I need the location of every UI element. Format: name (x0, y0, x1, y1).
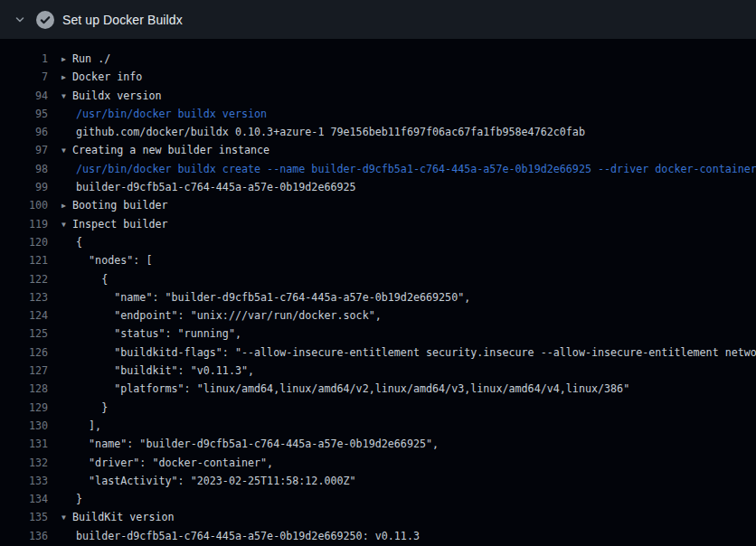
output-text: } (61, 490, 82, 508)
log-line: 98/usr/bin/docker buildx create --name b… (0, 160, 756, 178)
line-number[interactable]: 120 (0, 233, 48, 251)
log-line: 126 "buildkitd-flags": "--allow-insecure… (0, 344, 756, 362)
line-number[interactable]: 95 (0, 105, 48, 123)
log-line: 132 "driver": "docker-container", (0, 454, 756, 472)
output-text: "name": "builder-d9cfb5a1-c764-445a-a57e… (61, 435, 439, 453)
log-line: 99builder-d9cfb5a1-c764-445a-a57e-0b19d2… (0, 178, 756, 196)
group-label: Creating a new builder instance (72, 144, 269, 156)
line-number[interactable]: 126 (0, 344, 48, 362)
log-line: 134} (0, 490, 756, 508)
group-label: BuildKit version (72, 511, 175, 523)
output-text: } (61, 399, 108, 417)
output-text: github.com/docker/buildx 0.10.3+azure-1 … (61, 123, 585, 141)
log-line: 135▼BuildKit version (0, 508, 756, 526)
output-text: builder-d9cfb5a1-c764-445a-a57e-0b19d2e6… (61, 527, 420, 545)
line-number[interactable]: 98 (0, 160, 48, 178)
output-text: "nodes": [ (61, 251, 152, 269)
log-group-toggle[interactable]: ▶Run ./ (61, 50, 110, 68)
line-number[interactable]: 129 (0, 399, 48, 417)
log-line: 94▼Buildx version (0, 87, 756, 105)
triangle-down-icon: ▼ (61, 88, 72, 105)
output-text: "buildkit": "v0.11.3", (61, 362, 254, 380)
line-number[interactable]: 97 (0, 141, 48, 159)
log-line: 130 ], (0, 417, 756, 435)
output-text: { (61, 233, 82, 251)
output-text: "platforms": "linux/amd64,linux/amd64/v2… (61, 380, 629, 398)
line-number[interactable]: 125 (0, 325, 48, 343)
step-header[interactable]: Set up Docker Buildx (0, 0, 756, 39)
triangle-right-icon: ▶ (61, 51, 72, 68)
log-line: 95/usr/bin/docker buildx version (0, 105, 756, 123)
log-group-toggle[interactable]: ▶Docker info (61, 68, 142, 86)
log-line: 7▶Docker info (0, 68, 756, 86)
log-line: 133 "lastActivity": "2023-02-25T11:58:12… (0, 472, 756, 490)
log-group-toggle[interactable]: ▼Creating a new builder instance (61, 141, 269, 159)
log-line: 120{ (0, 233, 756, 251)
line-number[interactable]: 119 (0, 215, 48, 233)
line-number[interactable]: 132 (0, 454, 48, 472)
group-label: Buildx version (72, 89, 162, 102)
line-number[interactable]: 96 (0, 123, 48, 141)
line-number[interactable]: 131 (0, 435, 48, 453)
log-line: 97▼Creating a new builder instance (0, 141, 756, 159)
line-number[interactable]: 7 (0, 68, 48, 86)
line-number[interactable]: 94 (0, 87, 48, 105)
log-line: 123 "name": "builder-d9cfb5a1-c764-445a-… (0, 288, 756, 306)
log-line: 131 "name": "builder-d9cfb5a1-c764-445a-… (0, 435, 756, 453)
log-line: 122 { (0, 270, 756, 288)
line-number[interactable]: 128 (0, 380, 48, 398)
command-text: /usr/bin/docker buildx create --name bui… (61, 160, 756, 178)
log-view: 1▶Run ./7▶Docker info94▼Buildx version95… (0, 39, 756, 545)
output-text: ], (61, 417, 101, 435)
line-number[interactable]: 121 (0, 251, 48, 269)
output-text: builder-d9cfb5a1-c764-445a-a57e-0b19d2e6… (61, 178, 356, 196)
line-number[interactable]: 123 (0, 288, 48, 306)
triangle-down-icon: ▼ (61, 216, 72, 233)
log-line: 124 "endpoint": "unix:///var/run/docker.… (0, 306, 756, 325)
log-group-toggle[interactable]: ▼BuildKit version (61, 508, 175, 526)
log-line: 127 "buildkit": "v0.11.3", (0, 362, 756, 380)
log-line: 119▼Inspect builder (0, 215, 756, 233)
group-label: Inspect builder (72, 218, 168, 231)
triangle-down-icon: ▼ (61, 142, 72, 159)
output-text: { (61, 270, 108, 288)
line-number[interactable]: 133 (0, 472, 48, 490)
line-number[interactable]: 99 (0, 178, 48, 196)
step-title: Set up Docker Buildx (62, 13, 183, 27)
log-line: 125 "status": "running", (0, 325, 756, 343)
line-number[interactable]: 1 (0, 50, 48, 68)
line-number[interactable]: 136 (0, 527, 48, 545)
group-label: Docker info (72, 71, 142, 83)
group-label: Run ./ (72, 52, 110, 65)
line-number[interactable]: 135 (0, 508, 48, 526)
triangle-down-icon: ▼ (61, 509, 72, 526)
group-label: Booting builder (72, 199, 168, 212)
line-number[interactable]: 134 (0, 490, 48, 508)
log-line: 128 "platforms": "linux/amd64,linux/amd6… (0, 380, 756, 398)
log-line: 136builder-d9cfb5a1-c764-445a-a57e-0b19d… (0, 527, 756, 545)
log-group-toggle[interactable]: ▶Booting builder (61, 196, 168, 214)
line-number[interactable]: 127 (0, 362, 48, 380)
log-line: 100▶Booting builder (0, 196, 756, 214)
log-group-toggle[interactable]: ▼Buildx version (61, 87, 162, 105)
line-number[interactable]: 124 (0, 306, 48, 325)
log-line: 96github.com/docker/buildx 0.10.3+azure-… (0, 123, 756, 141)
output-text: "name": "builder-d9cfb5a1-c764-445a-a57e… (61, 288, 470, 306)
output-text: "endpoint": "unix:///var/run/docker.sock… (61, 306, 382, 325)
log-group-toggle[interactable]: ▼Inspect builder (61, 215, 168, 233)
log-line: 1▶Run ./ (0, 50, 756, 68)
line-number[interactable]: 130 (0, 417, 48, 435)
command-text: /usr/bin/docker buildx version (61, 105, 267, 123)
triangle-right-icon: ▶ (61, 69, 72, 86)
log-line: 129 } (0, 399, 756, 417)
line-number[interactable]: 122 (0, 270, 48, 288)
chevron-down-icon[interactable] (14, 14, 25, 25)
output-text: "buildkitd-flags": "--allow-insecure-ent… (61, 344, 756, 362)
output-text: "lastActivity": "2023-02-25T11:58:12.000… (61, 472, 356, 490)
log-line: 121 "nodes": [ (0, 251, 756, 269)
triangle-right-icon: ▶ (61, 197, 72, 214)
line-number[interactable]: 100 (0, 196, 48, 214)
output-text: "status": "running", (61, 325, 241, 343)
output-text: "driver": "docker-container", (61, 454, 273, 472)
check-circle-icon (36, 11, 54, 29)
